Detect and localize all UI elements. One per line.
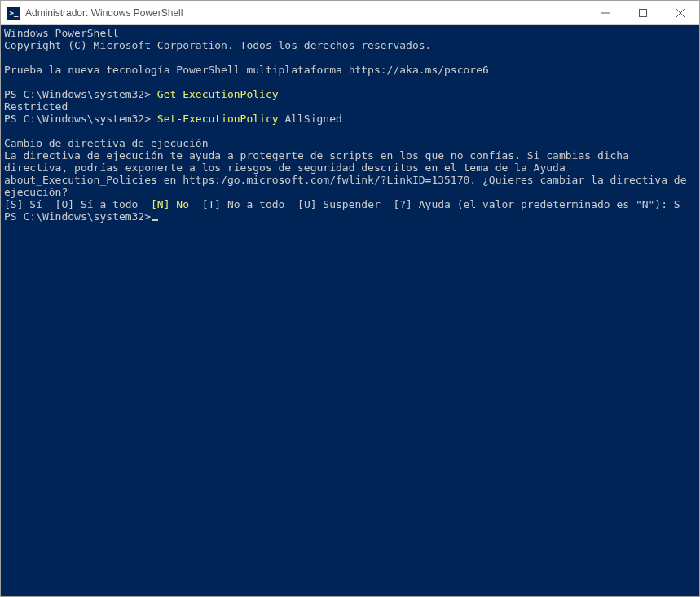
minimize-button[interactable] <box>587 1 624 24</box>
window-controls <box>587 1 699 24</box>
command-text: Set-ExecutionPolicy <box>157 113 279 125</box>
copyright-line: Copyright (C) Microsoft Corporation. Tod… <box>4 39 431 51</box>
choice-n-default: [N] No <box>138 198 189 210</box>
minimize-icon <box>601 9 610 17</box>
command-arg: AllSigned <box>279 113 342 125</box>
prompt-prefix: PS C:\Windows\system32> <box>4 113 157 125</box>
policy-header: Cambio de directiva de ejecución <box>4 137 208 149</box>
blank-line <box>4 51 696 64</box>
close-icon <box>676 9 685 17</box>
output-line: Restricted <box>4 100 68 113</box>
prompt-prefix: PS C:\Windows\system32> <box>4 88 157 100</box>
choice-help: [?] Ayuda (el valor predeterminado es "N… <box>381 198 680 210</box>
choice-t: [T] No a todo <box>189 198 284 210</box>
try-line: Prueba la nueva tecnología PowerShell mu… <box>4 64 489 76</box>
powershell-icon: >_ <box>7 7 20 20</box>
policy-body: La directiva de ejecución te ayuda a pro… <box>4 149 693 198</box>
blank-line <box>4 125 696 137</box>
window-title: Administrador: Windows PowerShell <box>25 7 587 19</box>
banner-line: Windows PowerShell <box>4 27 119 39</box>
choice-u: [U] Suspender <box>284 198 380 210</box>
close-button[interactable] <box>662 1 699 24</box>
command-text: Get-ExecutionPolicy <box>157 88 279 100</box>
choice-o: [O] Sí a todo <box>42 198 138 210</box>
maximize-button[interactable] <box>624 1 662 24</box>
terminal-output[interactable]: Windows PowerShell Copyright (C) Microso… <box>1 25 699 596</box>
choice-s: [S] Sí <box>4 198 42 210</box>
svg-rect-1 <box>640 9 647 16</box>
cursor <box>152 219 158 221</box>
powershell-window: >_ Administrador: Windows PowerShell Win… <box>0 0 700 597</box>
blank-line <box>4 76 696 88</box>
maximize-icon <box>639 9 647 17</box>
titlebar[interactable]: >_ Administrador: Windows PowerShell <box>1 1 699 25</box>
prompt-line: PS C:\Windows\system32> <box>4 210 151 223</box>
